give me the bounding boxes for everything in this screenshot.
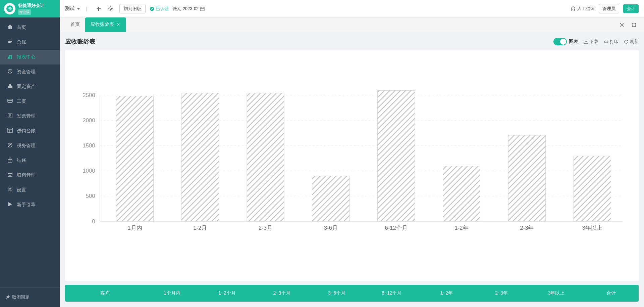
- download-btn[interactable]: 下载: [584, 39, 598, 45]
- sidebar-item-guide[interactable]: 新手引导: [0, 198, 60, 212]
- page-header: 应收账龄表 图表 下载 打印 刷新: [65, 38, 639, 46]
- sidebar-item-tax[interactable]: 税务管理: [0, 138, 60, 153]
- closing-icon: [7, 157, 13, 164]
- expand-tab-btn[interactable]: [629, 20, 639, 30]
- th-1month: 1个月内: [145, 285, 200, 302]
- print-label: 打印: [610, 39, 619, 45]
- sidebar-item-settings[interactable]: 设置: [0, 183, 60, 198]
- project-selector[interactable]: 测试: [65, 6, 80, 12]
- funds-icon: ¥: [7, 69, 13, 75]
- refresh-label: 刷新: [630, 39, 639, 45]
- logo-text-block: 畅捷通好会计 专业版: [18, 3, 44, 15]
- download-label: 下载: [590, 39, 598, 45]
- svg-text:云: 云: [8, 7, 12, 11]
- sidebar-item-ledger[interactable]: 总账: [0, 35, 60, 50]
- sidebar-item-reports[interactable]: 报表中心: [0, 50, 60, 64]
- sidebar-item-archive[interactable]: 归档管理: [0, 168, 60, 183]
- guide-icon: [7, 202, 13, 208]
- tabs-bar: 首页 应收账龄表 ✕: [60, 17, 644, 32]
- sidebar-item-home[interactable]: 首页: [0, 20, 60, 35]
- svg-text:500: 500: [86, 193, 95, 199]
- th-2-3year: 2~3年: [474, 285, 529, 302]
- th-3-6month: 3~6个月: [309, 285, 364, 302]
- topbar: 测试 | 切到旧版 已认证 账期 2023-02 人工咨询: [60, 0, 644, 17]
- bar-4: [312, 176, 350, 221]
- bar-5: [378, 90, 415, 221]
- tab-aging-close[interactable]: ✕: [116, 21, 121, 28]
- role-label: 会计: [627, 6, 635, 11]
- svg-text:2500: 2500: [83, 92, 95, 98]
- toggle-knob: [560, 39, 566, 45]
- table-header: 客户 1个月内 1~2个月 2~3个月 3~6个月 6~12个月 1~2年 2~…: [65, 285, 639, 302]
- settings-button[interactable]: [106, 4, 115, 13]
- tabs-right-actions: [617, 20, 639, 30]
- manager-badge[interactable]: 管理员: [599, 4, 619, 13]
- refresh-btn[interactable]: 刷新: [624, 39, 639, 45]
- sidebar-label-settings: 设置: [17, 187, 26, 193]
- tab-aging[interactable]: 应收账龄表 ✕: [85, 17, 126, 32]
- svg-rect-5: [8, 57, 9, 59]
- sidebar-item-salary[interactable]: 工资: [0, 94, 60, 109]
- shield-icon: [150, 6, 154, 11]
- switch-old-label: 切到旧版: [124, 6, 141, 11]
- svg-text:1-2年: 1-2年: [454, 225, 468, 231]
- manager-label: 管理员: [602, 6, 615, 11]
- svg-rect-13: [8, 99, 12, 102]
- app-name: 畅捷通好会计: [18, 3, 44, 9]
- svg-rect-34: [200, 7, 204, 11]
- svg-text:1000: 1000: [83, 168, 95, 174]
- sidebar-label-reports: 报表中心: [17, 54, 36, 60]
- trade-icon: [7, 128, 13, 134]
- svg-point-38: [572, 7, 575, 10]
- period-info: 账期 2023-02: [173, 6, 205, 12]
- sidebar-item-funds[interactable]: ¥ 资金管理: [0, 64, 60, 79]
- tab-home-label: 首页: [70, 21, 80, 28]
- add-button[interactable]: [94, 4, 103, 13]
- th-1-2year: 1~2年: [419, 285, 474, 302]
- calendar-icon: [200, 6, 205, 11]
- chart-toggle[interactable]: [553, 38, 567, 45]
- svg-text:1-2月: 1-2月: [193, 225, 207, 231]
- chart-toggle-label: 图表: [569, 39, 578, 45]
- th-3year-plus: 3年以上: [529, 285, 584, 302]
- gear-icon: [108, 6, 113, 11]
- print-icon: [604, 39, 608, 44]
- svg-marker-29: [8, 202, 12, 206]
- switch-old-btn[interactable]: 切到旧版: [119, 4, 146, 13]
- expand-icon: [632, 23, 636, 27]
- main-area: 测试 | 切到旧版 已认证 账期 2023-02 人工咨询: [60, 0, 644, 307]
- sidebar-item-closing[interactable]: 结账: [0, 153, 60, 168]
- chart-toggle-wrap: 图表: [553, 38, 578, 45]
- bar-3: [247, 93, 284, 221]
- role-badge[interactable]: 会计: [623, 4, 639, 13]
- print-btn[interactable]: 打印: [604, 39, 619, 45]
- certified-badge: 已认证: [150, 6, 169, 12]
- sidebar-logo: 云 畅捷通好会计 专业版: [0, 0, 60, 17]
- close-tab-btn[interactable]: [617, 20, 627, 30]
- salary-icon: [7, 98, 13, 105]
- sidebar-label-funds: 资金管理: [17, 69, 36, 75]
- sidebar-nav: 首页 总账 报表中心 ¥ 资金管理 固定资产: [0, 17, 60, 287]
- tax-icon: [7, 142, 13, 149]
- sidebar-item-assets[interactable]: 固定资产: [0, 79, 60, 94]
- invoice-icon: [7, 113, 13, 120]
- reports-icon: [7, 54, 13, 60]
- plus-icon: [96, 6, 101, 11]
- svg-text:1月内: 1月内: [127, 225, 142, 231]
- cancel-fixed-btn[interactable]: 取消固定: [0, 291, 60, 304]
- page-content: 应收账龄表 图表 下载 打印 刷新: [60, 32, 644, 307]
- table-area: 客户 1个月内 1~2个月 2~3个月 3~6个月 6~12个月 1~2年 2~…: [65, 285, 639, 302]
- dropdown-icon: [76, 7, 80, 10]
- svg-point-42: [607, 42, 608, 42]
- sidebar-label-assets: 固定资产: [17, 84, 36, 90]
- consult-button[interactable]: 人工咨询: [571, 6, 595, 12]
- topbar-actions: [94, 4, 115, 13]
- th-2-3month: 2~3个月: [255, 285, 310, 302]
- page-actions: 图表 下载 打印 刷新: [553, 38, 639, 45]
- th-customer: 客户: [65, 285, 145, 302]
- sidebar-item-trade[interactable]: 进销台账: [0, 124, 60, 138]
- tab-home[interactable]: 首页: [65, 17, 85, 32]
- sidebar-item-invoice[interactable]: 发票管理: [0, 109, 60, 124]
- chart-area: 0 500 1000 1500 2000 2500 1月内 1-2月 2-3月 …: [65, 50, 639, 281]
- svg-text:0: 0: [92, 218, 95, 225]
